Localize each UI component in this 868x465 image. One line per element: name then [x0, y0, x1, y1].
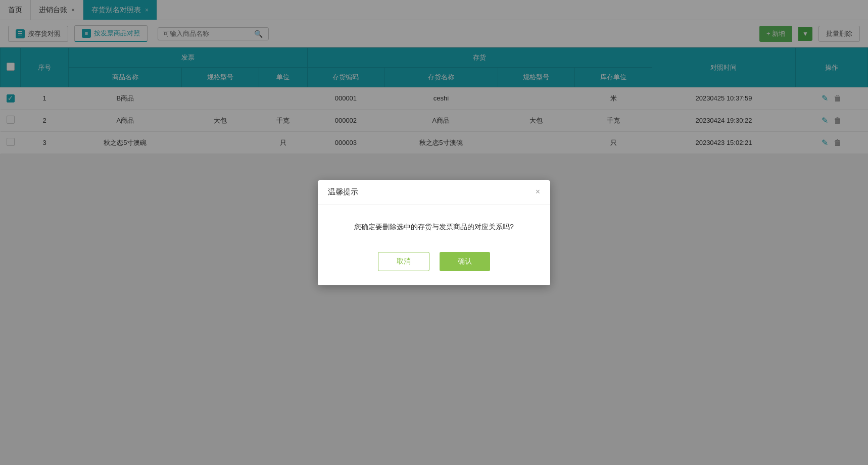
confirm-overlay: 温馨提示 × 您确定要删除选中的存货与发票商品的对应关系吗? 取消 确认 — [0, 0, 868, 154]
